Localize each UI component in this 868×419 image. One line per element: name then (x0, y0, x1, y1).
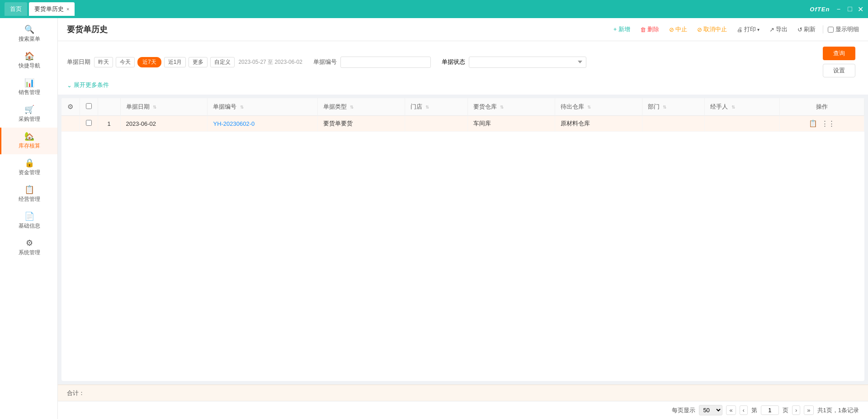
status-field: 单据状态 (442, 57, 586, 68)
col-date[interactable]: 单据日期 ⇅ (120, 98, 208, 116)
row-order-no-cell: YH-20230602-0 (208, 116, 317, 132)
date-btn-1month[interactable]: 近1月 (164, 57, 186, 67)
sidebar: 🔍 搜索菜单 🏠 快捷导航 📊 销售管理 🛒 采购管理 🏡 库存核算 🔒 资金管… (0, 18, 58, 419)
last-page-button[interactable]: » (804, 405, 813, 415)
expand-label: 展开更多条件 (74, 81, 109, 89)
row-req-warehouse-cell: 车间库 (467, 116, 555, 132)
col-shop-label: 门店 (410, 103, 422, 110)
sidebar-item-system[interactable]: ⚙ 系统管理 (0, 234, 57, 261)
col-req-warehouse[interactable]: 要货仓库 ⇅ (467, 98, 555, 116)
date-btn-today[interactable]: 今天 (116, 57, 135, 67)
data-table: ⚙ 单据日期 ⇅ 单据编号 ⇅ (61, 98, 864, 132)
sidebar-item-sales[interactable]: 📊 销售管理 (0, 74, 57, 101)
date-btn-more[interactable]: 更多 (189, 57, 208, 67)
row-checkbox[interactable] (86, 120, 92, 126)
delete-button[interactable]: 🗑 删除 (637, 24, 662, 35)
search-area: 单据日期 昨天 今天 近7天 近1月 更多 自定义 2023-05-27 至 2… (58, 41, 868, 95)
date-filter: 昨天 今天 近7天 近1月 更多 自定义 (94, 57, 235, 67)
pending-warehouse-sort-icon[interactable]: ⇅ (587, 105, 591, 110)
date-btn-yesterday[interactable]: 昨天 (94, 57, 113, 67)
brand-text: OfTEn (810, 6, 830, 13)
setting-button[interactable]: 设置 (823, 64, 855, 77)
col-handler[interactable]: 经手人 ⇅ (705, 98, 780, 116)
col-pending-warehouse-label: 待出仓库 (561, 103, 584, 110)
req-warehouse-sort-icon[interactable]: ⇅ (500, 105, 504, 110)
sidebar-item-search-menu[interactable]: 🔍 搜索菜单 (0, 21, 57, 48)
sidebar-item-basic-info[interactable]: 📄 基础信息 (0, 208, 57, 234)
page-input[interactable] (761, 405, 779, 415)
col-order-type-label: 单据类型 (323, 103, 347, 110)
col-settings[interactable]: ⚙ (61, 98, 80, 116)
row-order-type-cell: 要货单要货 (317, 116, 405, 132)
close-window-icon[interactable]: ✕ (858, 5, 863, 14)
col-order-type[interactable]: 单据类型 ⇅ (317, 98, 405, 116)
display-detail-checkbox[interactable]: 显示明细 (828, 25, 859, 33)
minimize-icon[interactable]: － (835, 5, 842, 14)
lock-icon: 🔒 (24, 159, 34, 167)
order-no-sort-icon[interactable]: ⇅ (240, 105, 244, 110)
close-tab-icon[interactable]: × (66, 6, 69, 12)
order-type-sort-icon[interactable]: ⇅ (350, 105, 354, 110)
date-btn-7days[interactable]: 近7天 (137, 57, 161, 67)
page-title: 要货单历史 (67, 24, 108, 35)
order-no-label: 单据编号 (313, 58, 337, 66)
search-fields-left: 单据日期 昨天 今天 近7天 近1月 更多 自定义 2023-05-27 至 2… (67, 57, 586, 68)
tab-requisition-history[interactable]: 要货单历史 × (29, 2, 75, 16)
expand-more-button[interactable]: ⌄ 展开更多条件 (67, 81, 859, 89)
col-department-label: 部门 (648, 103, 660, 110)
table-container: ⚙ 单据日期 ⇅ 单据编号 ⇅ (61, 98, 864, 381)
sidebar-item-finance[interactable]: 🔒 资金管理 (0, 154, 57, 181)
date-sort-icon[interactable]: ⇅ (153, 105, 156, 110)
print-icon: 🖨 (737, 26, 743, 33)
row-num-cell: 1 (98, 116, 120, 132)
row-more-icon[interactable]: ⋮⋮ (821, 119, 835, 127)
cancel-stop-button[interactable]: ⊘ 取消中止 (694, 24, 730, 35)
prev-page-button[interactable]: ‹ (740, 405, 748, 415)
export-button[interactable]: ↗ 导出 (767, 24, 790, 35)
col-order-no[interactable]: 单据编号 ⇅ (208, 98, 317, 116)
home-tab-label: 首页 (10, 5, 22, 13)
action-buttons: 查询 设置 (823, 47, 859, 77)
sidebar-item-inventory[interactable]: 🏡 库存核算 (0, 128, 57, 154)
sidebar-item-quick-nav[interactable]: 🏠 快捷导航 (0, 48, 57, 74)
row-shop-cell (405, 116, 467, 132)
shop-sort-icon[interactable]: ⇅ (425, 105, 429, 110)
sidebar-item-purchase[interactable]: 🛒 采购管理 (0, 101, 57, 128)
per-page-select[interactable]: 50 100 200 (699, 405, 722, 415)
next-page-button[interactable]: › (792, 405, 800, 415)
tab-home[interactable]: 首页 (5, 2, 27, 16)
system-icon: ⚙ (26, 239, 33, 247)
date-btn-custom[interactable]: 自定义 (210, 57, 235, 67)
sidebar-item-inventory-label: 库存核算 (19, 142, 40, 150)
column-settings-icon[interactable]: ⚙ (67, 103, 73, 110)
query-button[interactable]: 查询 (823, 47, 855, 60)
col-shop[interactable]: 门店 ⇅ (405, 98, 467, 116)
print-dropdown-icon: ▾ (757, 27, 760, 32)
stop-button[interactable]: ⊘ 中止 (666, 24, 690, 35)
pagination: 每页显示 50 100 200 « ‹ 第 页 › » 共1页，1条记录 (58, 401, 868, 419)
display-detail-check[interactable] (828, 27, 834, 33)
department-sort-icon[interactable]: ⇅ (663, 105, 666, 110)
first-page-button[interactable]: « (726, 405, 736, 415)
add-button[interactable]: + 新增 (611, 24, 633, 35)
col-pending-warehouse[interactable]: 待出仓库 ⇅ (555, 98, 642, 116)
col-ops-label: 操作 (816, 103, 828, 110)
status-label: 单据状态 (442, 58, 465, 66)
handler-sort-icon[interactable]: ⇅ (731, 105, 735, 110)
content-area: 要货单历史 + 新增 🗑 删除 ⊘ 中止 ⊘ 取消中止 (58, 18, 868, 419)
order-no-link[interactable]: YH-20230602-0 (213, 120, 255, 127)
select-all-checkbox[interactable] (86, 103, 92, 109)
col-department[interactable]: 部门 ⇅ (642, 98, 705, 116)
row-edit-icon[interactable]: 📋 (809, 119, 817, 127)
main-layout: 🔍 搜索菜单 🏠 快捷导航 📊 销售管理 🛒 采购管理 🏡 库存核算 🔒 资金管… (0, 18, 868, 419)
refresh-button[interactable]: ↺ 刷新 (795, 24, 818, 35)
order-no-input[interactable] (340, 57, 431, 68)
table-row[interactable]: 1 2023-06-02 YH-20230602-0 要货单要货 车间库 原材料… (61, 116, 864, 132)
sidebar-item-operations[interactable]: 📋 经营管理 (0, 181, 57, 208)
status-select[interactable] (469, 57, 586, 68)
search-icon: 🔍 (24, 25, 34, 33)
maximize-icon[interactable]: □ (848, 5, 852, 13)
print-button[interactable]: 🖨 打印 ▾ (734, 24, 762, 35)
export-icon: ↗ (769, 26, 774, 33)
col-num (98, 98, 120, 116)
